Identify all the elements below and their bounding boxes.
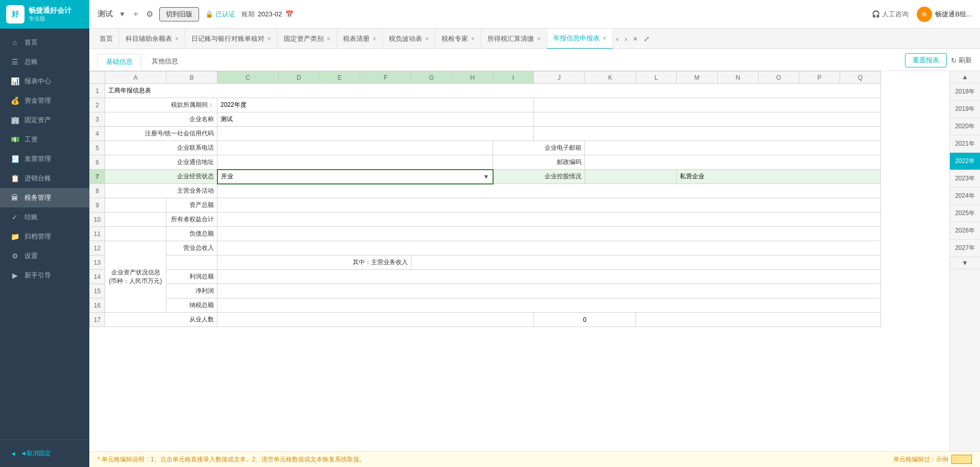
tab-tax-expert[interactable]: 税检专家 ×: [435, 29, 481, 49]
col-header-h[interactable]: H: [452, 72, 493, 84]
tab-journal-close[interactable]: ×: [267, 35, 271, 42]
sidebar-item-invoice[interactable]: 🧾 发票管理: [0, 149, 89, 169]
year-item-2023[interactable]: 2023年: [950, 170, 980, 188]
sidebar-item-fixed[interactable]: 🏢 固定资产: [0, 110, 89, 130]
tab-tax-expert-close[interactable]: ×: [471, 35, 475, 42]
col-header-f[interactable]: F: [360, 72, 411, 84]
tab-home[interactable]: 首页: [93, 29, 119, 49]
tab-income-tax-close[interactable]: ×: [537, 35, 541, 42]
row7-dropdown-cell[interactable]: 开业 ▼: [217, 170, 493, 184]
tab-nav-prev[interactable]: ‹: [613, 35, 622, 43]
row17-value[interactable]: 0: [534, 313, 636, 327]
year-item-2027[interactable]: 2027年: [950, 240, 980, 257]
switch-old-version-button[interactable]: 切到旧版: [159, 7, 199, 21]
tab-tax-fluctuation[interactable]: 税负波动表 ×: [383, 29, 435, 49]
year-item-2021[interactable]: 2021年: [950, 135, 980, 153]
sidebar-item-settings[interactable]: ⚙ 设置: [0, 246, 89, 266]
col-header-e[interactable]: E: [320, 72, 360, 84]
tab-journal[interactable]: 日记账与银行对账单核对 ×: [185, 29, 278, 49]
year-panel-up[interactable]: ▲: [950, 71, 980, 83]
year-panel-down[interactable]: ▼: [950, 257, 980, 269]
col-header-p[interactable]: P: [799, 72, 840, 84]
row12-value[interactable]: [217, 241, 881, 255]
row7-right-value[interactable]: [585, 170, 677, 184]
col-header-a[interactable]: A: [105, 72, 166, 84]
tab-close-all-button[interactable]: ×: [630, 35, 640, 43]
row16-value[interactable]: [217, 298, 881, 313]
calendar-icon[interactable]: 📅: [285, 10, 293, 18]
col-header-q[interactable]: Q: [840, 72, 881, 84]
consultant-button[interactable]: 🎧 人工咨询: [872, 10, 909, 19]
col-header-o[interactable]: O: [758, 72, 799, 84]
tab-income-tax[interactable]: 所得税汇算清缴 ×: [481, 29, 547, 49]
row9-value[interactable]: [217, 198, 881, 213]
year-item-2026[interactable]: 2026年: [950, 222, 980, 240]
sidebar-item-wage[interactable]: 💵 工资: [0, 130, 89, 149]
tab-tax-fluctuation-close[interactable]: ×: [425, 35, 429, 42]
col-header-m[interactable]: M: [677, 72, 718, 84]
sidebar-item-home[interactable]: ⌂ 首页: [0, 33, 89, 52]
row5-value[interactable]: [217, 141, 493, 155]
sidebar-item-tax[interactable]: 🏛 税务管理: [0, 188, 89, 207]
col-header-i[interactable]: I: [493, 72, 534, 84]
row3-value[interactable]: 测试: [217, 112, 534, 127]
tab-tax-table-close[interactable]: ×: [373, 35, 376, 42]
col-header-c[interactable]: C: [217, 72, 279, 84]
sidebar-collapse-button[interactable]: ◄ ◄取消固定: [0, 444, 89, 463]
sidebar-item-fund[interactable]: 💰 资金管理: [0, 91, 89, 110]
subtab-basic[interactable]: 基础信息: [97, 54, 141, 70]
tab-annual-report[interactable]: 年报信息申报表 ×: [547, 29, 613, 49]
sidebar-item-label: 归档管理: [24, 232, 51, 241]
row13-value[interactable]: [411, 255, 881, 270]
row6-value[interactable]: [217, 155, 493, 170]
row6-right-value[interactable]: [585, 155, 881, 170]
sidebar-item-ledger[interactable]: ☰ 总账: [0, 52, 89, 72]
year-item-2022[interactable]: 2022年: [950, 153, 980, 170]
tab-fixed-asset-close[interactable]: ×: [327, 35, 330, 42]
sidebar-item-purchase[interactable]: 📋 进销台账: [0, 169, 89, 188]
tab-expand-button[interactable]: ⤢: [641, 35, 653, 43]
row15-value[interactable]: [217, 284, 881, 298]
col-header-k[interactable]: K: [585, 72, 636, 84]
year-item-2019[interactable]: 2019年: [950, 101, 980, 118]
year-item-2020[interactable]: 2020年: [950, 118, 980, 135]
subtab-other[interactable]: 其他信息: [143, 54, 186, 70]
sidebar-item-report[interactable]: 📊 报表中心: [0, 72, 89, 91]
sidebar-item-guide[interactable]: ▶ 新手引导: [0, 266, 89, 285]
row10-value[interactable]: [217, 213, 881, 227]
year-item-2025[interactable]: 2025年: [950, 205, 980, 222]
row4-value[interactable]: [217, 127, 534, 141]
tab-nav-next[interactable]: ›: [622, 35, 630, 43]
tab-fixed-asset[interactable]: 固定资产类别 ×: [278, 29, 337, 49]
row11-value[interactable]: [217, 227, 881, 241]
row2-value[interactable]: 2022年度: [217, 98, 534, 112]
col-header-j[interactable]: J: [534, 72, 585, 84]
col-header-g[interactable]: G: [411, 72, 452, 84]
sidebar-item-archive[interactable]: 📁 归档管理: [0, 227, 89, 246]
subtab-left: 基础信息 其他信息: [97, 54, 186, 70]
col-header-b[interactable]: B: [166, 72, 217, 84]
tab-tax-table[interactable]: 税表清册 ×: [337, 29, 383, 49]
dropdown-arrow-icon[interactable]: ▼: [483, 173, 489, 180]
row7-private-value[interactable]: 私营企业: [677, 170, 881, 184]
tab-aux-close[interactable]: ×: [175, 35, 179, 42]
reset-report-button[interactable]: 重置报表: [905, 53, 947, 67]
year-item-2024[interactable]: 2024年: [950, 188, 980, 205]
tab-aux[interactable]: 科目辅助余额表 ×: [119, 29, 185, 49]
col-header-d[interactable]: D: [279, 72, 320, 84]
col-header-n[interactable]: N: [718, 72, 758, 84]
spreadsheet-inner[interactable]: A B C D E F G H I J K L: [89, 71, 949, 451]
tab-annual-report-close[interactable]: ×: [603, 35, 606, 42]
row14-value[interactable]: [217, 270, 881, 284]
row8-value[interactable]: [217, 184, 881, 198]
refresh-button[interactable]: ↻ 刷新: [951, 53, 972, 67]
user-menu[interactable]: 畅 畅捷通B组...: [917, 7, 972, 22]
col-header-l[interactable]: L: [636, 72, 677, 84]
sheet-title-cell[interactable]: 工商年报信息表: [105, 84, 881, 98]
topbar-settings-button[interactable]: ⚙: [146, 9, 153, 19]
topbar-add-button[interactable]: ＋: [132, 9, 140, 19]
row5-right-value[interactable]: [585, 141, 881, 155]
topbar-dropdown-icon[interactable]: ▼: [119, 10, 126, 18]
sidebar-item-checkout[interactable]: ✓ 结账: [0, 207, 89, 227]
year-item-2018[interactable]: 2018年: [950, 83, 980, 101]
